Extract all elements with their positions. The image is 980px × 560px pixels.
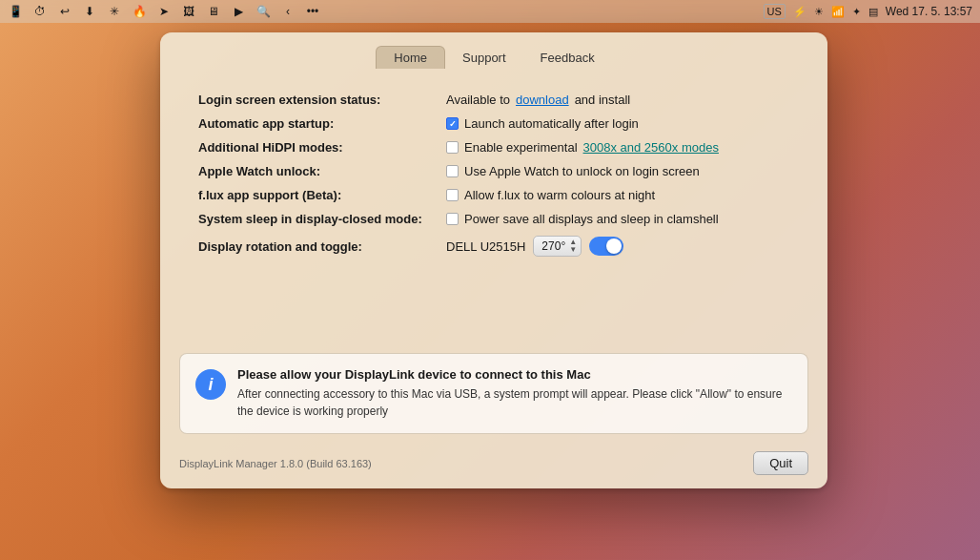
system-sleep-value: Power save all displays and sleep in cla… <box>446 207 789 231</box>
mango-icon[interactable]: ✳ <box>107 4 122 19</box>
apple-watch-value: Use Apple Watch to unlock on login scree… <box>446 159 789 183</box>
us-flag-icon[interactable]: US <box>764 4 786 19</box>
tab-bar: Home Support Feedback <box>160 32 827 69</box>
settings-content: Login screen extension status: Available… <box>160 69 827 353</box>
tab-feedback[interactable]: Feedback <box>523 47 612 69</box>
flux-label: f.lux app support (Beta): <box>198 183 446 207</box>
menubar-extra-icon[interactable]: ▤ <box>868 6 878 18</box>
download-link[interactable]: download <box>516 93 569 107</box>
auto-startup-checkbox[interactable] <box>446 117 459 130</box>
login-screen-text: Available to <box>446 93 510 107</box>
hidpi-text: Enable experimental <box>464 140 578 155</box>
menubar-left: 📱 ⏱ ↩ ⬇ ✳ 🔥 ➤ 🖼 🖥 ▶ 🔍 ‹ ••• <box>8 4 320 19</box>
auto-startup-label: Automatic app startup: <box>198 112 446 135</box>
time-machine-icon[interactable]: ⏱ <box>32 4 48 19</box>
flux-checkbox-wrapper: Allow f.lux to warm colours at night <box>446 188 655 202</box>
display-rotation-row: DELL U2515H 270° ▲ ▼ <box>446 236 623 257</box>
send-icon[interactable]: ➤ <box>156 4 172 19</box>
hidpi-label: Additional HiDPI modes: <box>198 135 446 159</box>
login-screen-value: Available to download and install <box>446 88 789 112</box>
footer: DisplayLink Manager 1.8.0 (Build 63.163)… <box>160 446 827 488</box>
system-sleep-checkbox-wrapper: Power save all displays and sleep in cla… <box>446 212 719 226</box>
tab-support[interactable]: Support <box>445 47 523 69</box>
system-sleep-text: Power save all displays and sleep in cla… <box>464 212 719 226</box>
info-icon: i <box>195 369 226 400</box>
info-title: Please allow your DisplayLink device to … <box>237 367 792 382</box>
login-screen-text-after: and install <box>575 93 631 107</box>
hidpi-checkbox-wrapper: Enable experimental 3008x and 2560x mode… <box>446 140 719 155</box>
back-icon[interactable]: ‹ <box>280 4 296 19</box>
search-icon[interactable]: 🔍 <box>255 4 271 19</box>
tab-home[interactable]: Home <box>376 46 445 69</box>
menubar-right: US ⚡ ☀ 📶 ✦ ▤ Wed 17. 5. 13:57 <box>764 4 972 19</box>
menubar-time: Wed 17. 5. 13:57 <box>886 5 972 18</box>
auto-startup-text: Launch automatically after login <box>464 116 639 131</box>
bluetooth-icon[interactable]: ✦ <box>852 6 861 18</box>
screen-icon[interactable]: 🖥 <box>206 4 221 19</box>
flux-text: Allow f.lux to warm colours at night <box>464 188 655 202</box>
burn-icon[interactable]: 🔥 <box>132 4 147 19</box>
version-text: DisplayLink Manager 1.8.0 (Build 63.163) <box>179 458 372 469</box>
undo-icon[interactable]: ↩ <box>57 4 72 19</box>
info-text-content: Please allow your DisplayLink device to … <box>237 367 792 420</box>
degree-value: 270° <box>541 239 565 253</box>
archive-icon[interactable]: ⬇ <box>82 4 97 19</box>
brightness-icon[interactable]: ☀ <box>814 6 824 18</box>
photo-icon[interactable]: 🖼 <box>181 4 196 19</box>
dialog-window: Home Support Feedback Login screen exten… <box>160 32 827 488</box>
play-icon[interactable]: ▶ <box>231 4 246 19</box>
apple-watch-checkbox-wrapper: Use Apple Watch to unlock on login scree… <box>446 164 700 178</box>
display-rotation-toggle[interactable] <box>589 237 623 256</box>
menu-bar: 📱 ⏱ ↩ ⬇ ✳ 🔥 ➤ 🖼 🖥 ▶ 🔍 ‹ ••• US ⚡ ☀ 📶 ✦ ▤… <box>0 0 980 23</box>
viber-icon[interactable]: 📱 <box>8 4 23 19</box>
wifi-icon[interactable]: 📶 <box>831 6 845 18</box>
degree-arrows-icon: ▲ ▼ <box>569 239 577 254</box>
display-rotation-label: Display rotation and toggle: <box>198 231 446 261</box>
auto-startup-value: Launch automatically after login <box>446 112 789 135</box>
display-rotation-value: DELL U2515H 270° ▲ ▼ <box>446 231 789 261</box>
hidpi-value: Enable experimental 3008x and 2560x mode… <box>446 135 789 159</box>
hidpi-checkbox[interactable] <box>446 141 459 154</box>
login-screen-label: Login screen extension status: <box>198 88 446 112</box>
battery-icon[interactable]: ⚡ <box>793 6 806 18</box>
degree-select[interactable]: 270° ▲ ▼ <box>533 236 582 257</box>
flux-checkbox[interactable] <box>446 189 459 201</box>
quit-button[interactable]: Quit <box>753 451 808 475</box>
info-body: After connecting accessory to this Mac v… <box>237 385 792 420</box>
auto-startup-checkbox-wrapper: Launch automatically after login <box>446 116 639 131</box>
hidpi-modes-link[interactable]: 3008x and 2560x modes <box>583 140 719 155</box>
more-icon[interactable]: ••• <box>305 4 320 19</box>
info-box: i Please allow your DisplayLink device t… <box>179 353 808 434</box>
apple-watch-checkbox[interactable] <box>446 165 459 177</box>
system-sleep-checkbox[interactable] <box>446 213 459 225</box>
toggle-knob <box>606 239 622 254</box>
apple-watch-label: Apple Watch unlock: <box>198 159 446 183</box>
system-sleep-label: System sleep in display-closed mode: <box>198 207 446 231</box>
apple-watch-text: Use Apple Watch to unlock on login scree… <box>464 164 700 178</box>
settings-grid: Login screen extension status: Available… <box>198 88 789 261</box>
monitor-name: DELL U2515H <box>446 239 525 254</box>
flux-value: Allow f.lux to warm colours at night <box>446 183 789 207</box>
